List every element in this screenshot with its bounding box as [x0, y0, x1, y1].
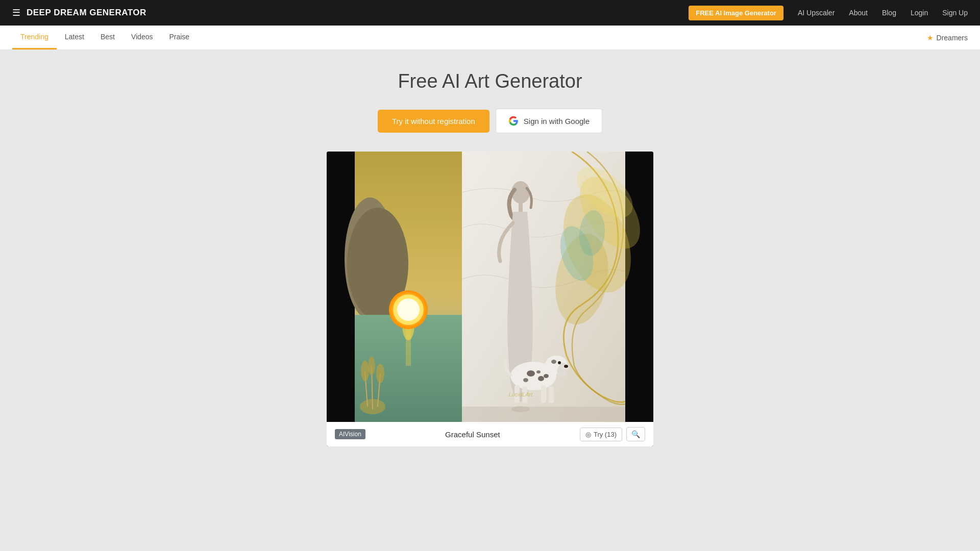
nav-blog[interactable]: Blog — [882, 9, 896, 17]
header-right: FREE AI Image Generator AI Upscaler Abou… — [689, 6, 968, 20]
header: ☰ DEEP DREAM GENERATOR FREE AI Image Gen… — [0, 0, 980, 26]
svg-rect-27 — [519, 203, 523, 212]
nav-ai-upscaler[interactable]: AI Upscaler — [798, 9, 835, 17]
header-left: ☰ DEEP DREAM GENERATOR — [12, 7, 146, 18]
free-ai-image-generator-button[interactable]: FREE AI Image Generator — [689, 6, 783, 20]
dreamers-icon: ★ — [927, 34, 934, 42]
dreamers-label: Dreamers — [937, 34, 968, 42]
hamburger-icon[interactable]: ☰ — [12, 7, 20, 18]
google-g-icon — [508, 116, 519, 126]
subnav: Trending Latest Best Videos Praise ★ Dre… — [0, 26, 980, 50]
svg-point-30 — [538, 376, 544, 381]
image-title: Graceful Sunset — [445, 430, 500, 439]
tab-trending[interactable]: Trending — [12, 26, 57, 49]
svg-point-17 — [368, 357, 375, 375]
tab-latest[interactable]: Latest — [57, 26, 92, 49]
artwork-svg: LucidLArt — [327, 152, 653, 422]
nav-signup[interactable]: Sign Up — [942, 9, 968, 17]
svg-rect-42 — [541, 385, 546, 403]
featured-image-card: LucidLArt AIVision Graceful Sunset ◎ Try… — [327, 152, 653, 446]
try-count-label: Try (13) — [594, 431, 617, 438]
tab-best[interactable]: Best — [92, 26, 123, 49]
try-without-registration-button[interactable]: Try it without registration — [378, 110, 489, 133]
search-icon: 🔍 — [631, 430, 640, 438]
search-button[interactable]: 🔍 — [626, 427, 645, 441]
svg-point-16 — [361, 361, 369, 381]
svg-point-11 — [397, 298, 420, 321]
svg-rect-1 — [625, 152, 653, 422]
try-count-button[interactable]: ◎ Try (13) — [580, 428, 622, 441]
nav-about[interactable]: About — [849, 9, 868, 17]
featured-image: LucidLArt — [327, 152, 653, 422]
cta-row: Try it without registration Sign in with… — [378, 109, 602, 133]
svg-rect-43 — [549, 386, 554, 403]
page-title: Free AI Art Generator — [398, 70, 582, 92]
nav-login[interactable]: Login — [911, 9, 928, 17]
sign-in-with-google-button[interactable]: Sign in with Google — [496, 109, 602, 133]
svg-point-45 — [511, 406, 530, 412]
svg-point-18 — [376, 364, 384, 383]
image-footer: AIVision Graceful Sunset ◎ Try (13) 🔍 — [327, 422, 653, 446]
tab-videos[interactable]: Videos — [123, 26, 161, 49]
svg-text:LucidLArt: LucidLArt — [509, 391, 533, 397]
try-icon: ◎ — [585, 431, 591, 438]
svg-point-29 — [527, 370, 535, 377]
main-content: Free AI Art Generator Try it without reg… — [0, 50, 980, 551]
svg-point-32 — [536, 370, 541, 373]
svg-point-38 — [564, 365, 568, 368]
svg-point-31 — [523, 378, 528, 382]
google-btn-label: Sign in with Google — [524, 117, 590, 126]
dreamers-link[interactable]: ★ Dreamers — [927, 34, 968, 42]
aivision-badge: AIVision — [335, 429, 365, 439]
tab-praise[interactable]: Praise — [161, 26, 198, 49]
svg-point-39 — [551, 360, 556, 364]
subnav-tabs: Trending Latest Best Videos Praise — [12, 26, 198, 49]
svg-rect-8 — [406, 325, 411, 366]
svg-point-36 — [558, 361, 561, 364]
svg-rect-44 — [462, 407, 625, 422]
image-actions: ◎ Try (13) 🔍 — [580, 427, 645, 441]
svg-point-33 — [544, 374, 549, 378]
brand-name: DEEP DREAM GENERATOR — [27, 8, 146, 18]
